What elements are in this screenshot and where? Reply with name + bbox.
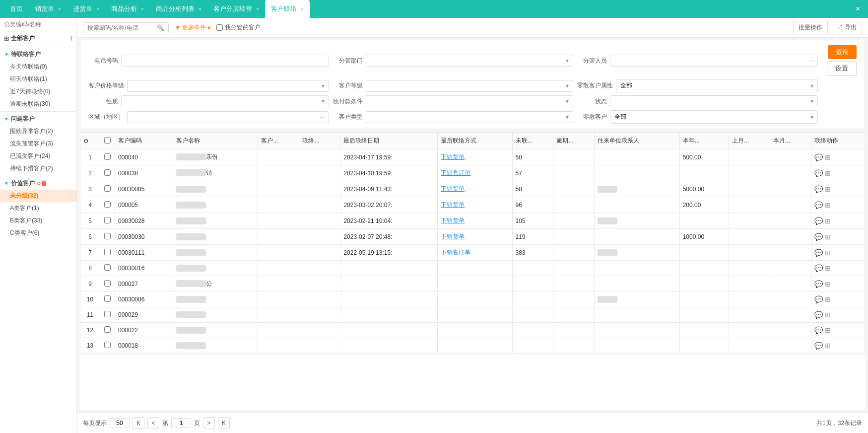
chat-icon[interactable]: 💬 [814,311,823,319]
customer-level-select[interactable]: ▾ [366,80,574,92]
row-checkbox[interactable] [104,153,111,160]
manager-select[interactable]: ··· [610,55,818,67]
chat-icon[interactable]: 💬 [814,342,823,350]
th-settings[interactable]: ⚙ [80,133,100,149]
search-icon[interactable]: 🔍 [157,24,164,31]
refresh-icon[interactable]: ↺ [37,181,41,186]
cell-check[interactable] [100,323,115,338]
per-page-input[interactable]: 50 [110,418,130,428]
page-input[interactable]: 1 [171,418,191,428]
export-button[interactable]: ↗ 导出 [832,21,862,34]
cell-check[interactable] [100,261,115,276]
status-select[interactable]: ▾ [610,95,818,107]
nav-customer-contact[interactable]: 客户联络 × [265,0,310,18]
grid-action-icon[interactable]: ⊞ [825,280,831,288]
sidebar-item-churn-warning[interactable]: 流失预警客户(3) [0,138,76,150]
row-checkbox[interactable] [104,233,111,239]
check-all[interactable] [104,137,111,144]
table-container[interactable]: ⚙ 客户编码 客户名称 客户... 联络... 最后联络日期 最后联络方式 未联… [80,132,865,410]
close-sales-tab[interactable]: × [58,6,61,12]
phone-input[interactable] [121,55,329,67]
chat-icon[interactable]: 💬 [814,295,823,303]
my-customers-checkbox[interactable] [216,24,223,31]
cell-check[interactable] [100,307,115,323]
row-checkbox[interactable] [104,342,111,348]
row-checkbox[interactable] [104,264,111,271]
grid-action-icon[interactable]: ⊞ [825,342,831,350]
nav-sales[interactable]: 销货单 × [29,0,67,18]
sidebar-collapse-icon[interactable]: 《 [67,35,72,42]
row-checkbox[interactable] [104,311,111,317]
nav-home[interactable]: 首页 [4,0,29,18]
cell-check[interactable] [100,181,115,197]
search-input[interactable] [87,24,157,31]
nature-select[interactable]: ▾ [121,95,329,107]
sidebar-item-class-c[interactable]: C类客户(6) [0,227,76,239]
sidebar-item-today[interactable]: 今天待联络(0) [0,61,76,73]
cell-check[interactable] [100,292,115,307]
grid-action-icon[interactable]: ⊞ [825,326,831,334]
scatter-select[interactable]: 全部 ▾ [610,110,818,124]
close-all-button[interactable]: × [852,4,864,13]
first-page-btn[interactable]: K [133,417,144,429]
row-checkbox[interactable] [104,201,111,208]
close-tiering-tab[interactable]: × [256,6,259,12]
close-product-analysis-tab[interactable]: × [141,6,144,12]
row-checkbox[interactable] [104,326,111,333]
grid-action-icon[interactable]: ⊞ [825,217,831,225]
chat-icon[interactable]: 💬 [814,153,823,161]
sidebar-item-class-b[interactable]: B类客户(33) [0,215,76,227]
row-checkbox[interactable] [104,249,111,255]
last-method-link[interactable]: 下销售订单 [441,169,470,176]
sidebar-search-input[interactable] [4,21,77,28]
row-checkbox[interactable] [104,185,111,192]
row-checkbox[interactable] [104,280,111,287]
close-contact-tab[interactable]: × [301,6,304,12]
grid-action-icon[interactable]: ⊞ [825,249,831,257]
cell-check[interactable] [100,245,115,261]
scatter-attr-select[interactable]: 全部 ▾ [616,79,818,92]
sidebar-group-value[interactable]: ▼ 价值客户 ↺ ! [0,177,76,190]
chat-icon[interactable]: 💬 [814,264,823,272]
row-checkbox[interactable] [104,217,111,223]
chat-icon[interactable]: 💬 [814,233,823,241]
grid-action-icon[interactable]: ⊞ [825,264,831,272]
chat-icon[interactable]: 💬 [814,249,823,257]
grid-action-icon[interactable]: ⊞ [825,169,831,177]
sidebar-item-declining[interactable]: 持续下滑客户(2) [0,162,76,175]
last-method-link[interactable]: 下销货单 [441,233,465,240]
cell-check[interactable] [100,149,115,165]
nav-product-analysis-list[interactable]: 商品分析列表 × [150,0,207,18]
grid-action-icon[interactable]: ⊞ [825,295,831,303]
sidebar-item-overdue[interactable]: 逾期未联络(30) [0,98,76,110]
chat-icon[interactable]: 💬 [814,169,823,177]
more-conditions[interactable]: ▼ 更多条件 ▾ [175,23,210,32]
grid-action-icon[interactable]: ⊞ [825,233,831,241]
cell-check[interactable] [100,229,115,245]
sidebar-all-customers[interactable]: ⊞ 全部客户 《 [0,31,76,46]
nav-customer-tiering[interactable]: 客户分层经营 × [207,0,265,18]
sidebar-item-hoarding[interactable]: 囤购异常客户(2) [0,125,76,138]
nav-product-analysis[interactable]: 商品分析 × [105,0,150,18]
grid-action-icon[interactable]: ⊞ [825,185,831,193]
chat-icon[interactable]: 💬 [814,326,823,334]
chat-icon[interactable]: 💬 [814,201,823,209]
close-purchase-tab[interactable]: × [96,6,99,12]
last-method-link[interactable]: 下销货单 [441,201,465,208]
my-customers-filter[interactable]: 我分管的客户 [216,23,261,32]
chat-icon[interactable]: 💬 [814,217,823,225]
query-button[interactable]: 查询 [828,45,857,59]
close-product-list-tab[interactable]: × [199,6,201,12]
th-check[interactable] [100,133,115,149]
batch-ops-button[interactable]: 批量操作 [793,21,828,34]
sidebar-item-tomorrow[interactable]: 明天待联络(1) [0,73,76,85]
last-method-link[interactable]: 下销货单 [441,185,465,192]
prev-page-btn[interactable]: < [147,417,159,429]
sidebar-group-problem[interactable]: ▼ 问题客户 [0,113,76,125]
customer-type-select[interactable]: ▾ [366,111,574,123]
chat-icon[interactable]: 💬 [814,185,823,193]
cell-check[interactable] [100,197,115,213]
cell-check[interactable] [100,213,115,229]
sidebar-item-ungroup[interactable]: 未分组(32) [0,190,76,202]
sidebar-item-week[interactable]: 近7天待联络(0) [0,85,76,98]
